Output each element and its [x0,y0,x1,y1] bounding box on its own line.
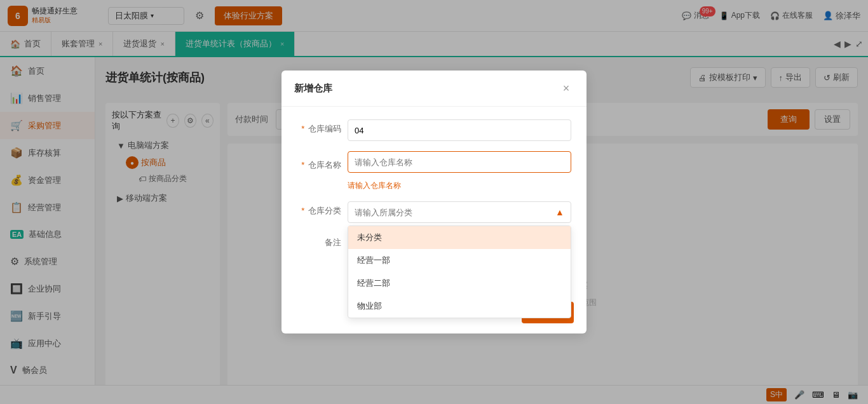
category-input-wrap: ▲ 未分类 经营一部 经营二部 物业部 [348,201,571,223]
warehouse-code-input[interactable] [348,119,571,141]
category-label: * 仓库分类 [297,201,341,215]
modal-title: 新增仓库 [294,83,332,95]
category-option-1[interactable]: 经营一部 [348,249,571,272]
warehouse-name-input[interactable] [348,151,571,173]
name-label: * 仓库名称 [297,156,341,169]
modal-overlay: 新增仓库 × * 仓库编码 * 仓库名称 [0,0,868,404]
category-dropdown: 未分类 经营一部 经营二部 物业部 [348,226,571,318]
modal-body: * 仓库编码 * 仓库名称 请输入仓库名称 * [281,107,587,294]
category-option-2[interactable]: 经营二部 [348,272,571,295]
chevron-up-icon: ▲ [555,207,564,217]
category-option-0[interactable]: 未分类 [348,226,571,249]
warehouse-category-row: * 仓库分类 ▲ 未分类 经营一部 经营二部 物业部 [297,201,571,223]
category-input[interactable] [348,201,571,223]
modal-add-warehouse: 新增仓库 × * 仓库编码 * 仓库名称 [281,71,587,333]
modal-header: 新增仓库 × [281,71,587,107]
category-toggle-button[interactable]: ▲ [553,206,566,219]
name-error-message: 请输入仓库名称 [348,180,401,191]
note-label: 备注 [297,233,341,246]
warehouse-name-row: * 仓库名称 请输入仓库名称 [297,151,571,191]
category-option-3[interactable]: 物业部 [348,295,571,318]
warehouse-code-row: * 仓库编码 [297,119,571,141]
close-icon: × [563,82,570,95]
code-label: * 仓库编码 [297,119,341,133]
modal-close-button[interactable]: × [559,81,574,96]
